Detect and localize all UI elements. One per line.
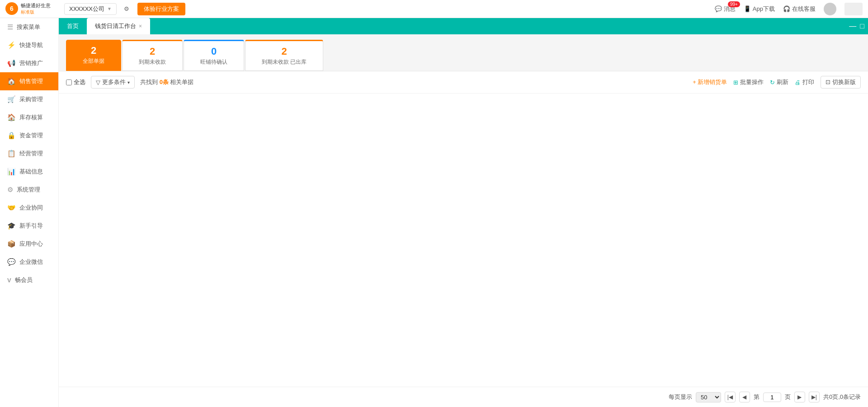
message-badge: 99+ <box>728 1 740 7</box>
tab-close-icon[interactable]: × <box>139 23 142 29</box>
app-download-label: App下载 <box>753 5 775 13</box>
sidebar-item-purchase[interactable]: 🛒 采购管理 <box>0 90 58 108</box>
last-page-button[interactable]: ▶| <box>809 392 820 402</box>
avatar[interactable] <box>824 3 836 15</box>
tab-label: 首页 <box>67 22 79 30</box>
app-download-item[interactable]: 📱 App下载 <box>744 5 775 13</box>
sidebar-item-label: 企业协同 <box>19 204 43 212</box>
sidebar-item-wechat[interactable]: 💬 企业微信 <box>0 253 58 271</box>
total-label: 共0页,0条记录 <box>823 393 861 401</box>
page-suffix: 页 <box>785 393 791 401</box>
wechat-icon: 💬 <box>7 258 16 266</box>
minimize-button[interactable]: — <box>849 22 856 30</box>
stat-num-overdue: 2 <box>150 46 155 57</box>
message-item[interactable]: 💬 消息 99+ <box>715 5 736 13</box>
stat-tab-pending[interactable]: 0 旺铺待确认 <box>184 40 244 71</box>
stat-num-shipped: 2 <box>282 46 287 57</box>
sales-icon: 🏠 <box>7 77 16 85</box>
refresh-icon: ↻ <box>770 79 775 86</box>
sidebar-item-label: 资金管理 <box>19 131 43 140</box>
prev-page-button[interactable]: ◀ <box>739 392 750 402</box>
maximize-button[interactable]: □ <box>860 22 864 30</box>
purchase-icon: 🛒 <box>7 95 16 103</box>
sidebar-item-label: 快捷导航 <box>19 41 43 49</box>
sidebar-item-sales[interactable]: 🏠 销售管理 <box>0 72 58 90</box>
trial-button[interactable]: 体验行业方案 <box>137 3 185 15</box>
checkbox-input[interactable] <box>66 80 72 85</box>
headset-icon: 🎧 <box>783 5 790 12</box>
stats-tabs: 2 全部单据 2 到期未收款 0 旺铺待确认 2 到期未收款 已出库 <box>59 34 868 71</box>
search-menu-icon: ☰ <box>7 23 13 31</box>
first-page-button[interactable]: |◀ <box>725 392 736 402</box>
select-all-label: 全选 <box>74 78 85 86</box>
sidebar-item-inventory[interactable]: 🏠 库存核算 <box>0 108 58 126</box>
sidebar-item-label: 采购管理 <box>19 95 43 103</box>
refresh-button[interactable]: ↻ 刷新 <box>770 78 788 86</box>
stat-label-shipped: 到期未收款 已出库 <box>262 58 307 66</box>
chevron-icon: ▾ <box>127 80 130 85</box>
filter-icon: ▽ <box>96 79 100 86</box>
batch-operation-button[interactable]: ⊞ 批量操作 <box>733 78 764 86</box>
tab-bar-controls: — □ <box>849 22 868 30</box>
base-info-icon: 📊 <box>7 168 16 176</box>
filter-button[interactable]: ▽ 更多条件 ▾ <box>91 76 135 89</box>
sidebar-item-label: 库存核算 <box>19 113 43 122</box>
stat-num-all: 2 <box>91 45 96 56</box>
sidebar-item-operations[interactable]: 📋 经营管理 <box>0 145 58 163</box>
vip-icon: V <box>7 277 11 284</box>
filter-label: 更多条件 <box>102 78 126 86</box>
sidebar-item-quick-nav[interactable]: ⚡ 快捷导航 <box>0 36 58 54</box>
sidebar-item-search-menu[interactable]: ☰ 搜索菜单 <box>0 18 58 36</box>
sidebar-item-app-center[interactable]: 📦 应用中心 <box>0 235 58 253</box>
sidebar-item-enterprise[interactable]: 🤝 企业协同 <box>0 199 58 217</box>
inventory-icon: 🏠 <box>7 113 16 122</box>
settings-icon[interactable]: ⚙ <box>120 3 133 15</box>
finance-icon: 🔒 <box>7 131 16 140</box>
stat-label-all: 全部单据 <box>83 57 104 65</box>
print-icon: 🖨 <box>795 79 801 86</box>
add-sales-order-button[interactable]: + 新增销货单 <box>693 78 727 86</box>
switch-version-button[interactable]: ⊡ 切换新版 <box>821 76 861 89</box>
chevron-down-icon: ▼ <box>107 6 112 11</box>
found-text: 共找到 0条 相关单据 <box>140 78 193 86</box>
page-input[interactable] <box>763 393 781 402</box>
batch-icon: ⊞ <box>733 79 738 86</box>
pagination: 每页显示 50 100 200 |◀ ◀ 第 页 ▶ ▶| 共0页,0条记录 <box>59 387 868 407</box>
page-body: 2 全部单据 2 到期未收款 0 旺铺待确认 2 到期未收款 已出库 <box>59 34 868 407</box>
sidebar-item-label: 经营管理 <box>19 150 43 158</box>
sidebar-item-vip[interactable]: V 畅会员 <box>0 271 58 289</box>
online-service-item[interactable]: 🎧 在线客服 <box>783 5 816 13</box>
tab-home[interactable]: 首页 <box>59 18 87 34</box>
user-name-area <box>844 3 863 15</box>
sidebar-item-base-info[interactable]: 📊 基础信息 <box>0 163 58 181</box>
app-download-icon: 📱 <box>744 5 751 12</box>
sidebar-item-label: 新手引导 <box>19 222 43 230</box>
sidebar-item-guide[interactable]: 🎓 新手引导 <box>0 217 58 235</box>
quick-nav-icon: ⚡ <box>7 41 16 49</box>
stat-tab-shipped[interactable]: 2 到期未收款 已出库 <box>245 40 323 71</box>
logo-area: 6 畅捷通好生意 标准版 <box>5 2 64 15</box>
sidebar: ☰ 搜索菜单 ⚡ 快捷导航 📢 营销推广 🏠 销售管理 🛒 采购管理 🏠 库存核… <box>0 18 59 407</box>
sidebar-item-system[interactable]: ⚙ 系统管理 <box>0 181 58 199</box>
stat-tab-all[interactable]: 2 全部单据 <box>66 40 121 71</box>
sidebar-item-finance[interactable]: 🔒 资金管理 <box>0 126 58 145</box>
stat-tab-overdue[interactable]: 2 到期未收款 <box>122 40 183 71</box>
top-bar-right: 💬 消息 99+ 📱 App下载 🎧 在线客服 <box>715 3 863 15</box>
logo-icon: 6 <box>5 2 18 15</box>
tab-label: 钱货日清工作台 <box>95 22 136 30</box>
guide-icon: 🎓 <box>7 222 16 230</box>
next-page-button[interactable]: ▶ <box>794 392 805 402</box>
stat-num-pending: 0 <box>211 46 217 57</box>
per-page-label: 每页显示 <box>669 393 692 401</box>
sidebar-item-label: 营销推广 <box>19 59 43 67</box>
per-page-select[interactable]: 50 100 200 <box>696 392 721 402</box>
tab-workbench[interactable]: 钱货日清工作台 × <box>87 18 150 34</box>
sidebar-item-label: 基础信息 <box>19 168 43 176</box>
company-selector[interactable]: XXXXXX公司 ▼ <box>64 3 117 15</box>
print-button[interactable]: 🖨 打印 <box>795 78 814 86</box>
sidebar-item-marketing[interactable]: 📢 营销推广 <box>0 54 58 72</box>
select-all-checkbox[interactable]: 全选 <box>66 78 85 86</box>
stat-label-pending: 旺铺待确认 <box>200 58 227 66</box>
tab-bar: 首页 钱货日清工作台 × — □ <box>59 18 868 34</box>
sidebar-item-label: 销售管理 <box>19 77 43 85</box>
